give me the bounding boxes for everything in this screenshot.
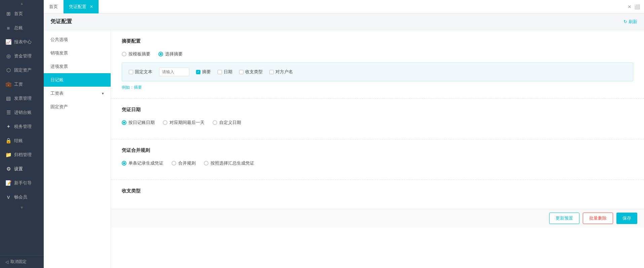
radio-select-summary[interactable]: 选择摘要 (158, 51, 183, 57)
radio-merge-rule[interactable]: 合并规则 (172, 160, 196, 166)
checkbox-box (218, 70, 222, 74)
checkbox-date[interactable]: 日期 (218, 69, 232, 75)
sidebar-item-closing[interactable]: 🔒 结账 (0, 134, 44, 148)
checkbox-label: 日期 (224, 69, 232, 75)
update-preview-button[interactable]: 更新预置 (549, 213, 579, 224)
checkbox-fixed-text[interactable]: 固定文本 (129, 69, 152, 75)
sidebar-scroll-down[interactable]: ▼ (0, 204, 44, 211)
sidebar-item-general-ledger[interactable]: ≡ 总账 (0, 21, 44, 35)
radio-custom-date[interactable]: 自定义日期 (213, 120, 241, 126)
maximize-window-icon[interactable]: ⬜ (634, 4, 640, 9)
unpin-icon: ◁ (5, 260, 8, 264)
merge-title: 凭证合并规则 (122, 147, 633, 153)
sidebar-item-vip[interactable]: V 畅会员 (0, 190, 44, 204)
summary-radio-group: 按模板摘要 选择摘要 (122, 51, 633, 57)
ledger-icon: ≡ (5, 25, 11, 31)
radio-period-last-day[interactable]: 对应期间最后一天 (163, 120, 204, 126)
tax-icon: ✦ (5, 124, 11, 130)
sidebar-item-fixed-assets[interactable]: ⬡ 固定资产 (0, 63, 44, 77)
batch-delete-button[interactable]: 批量删除 (583, 213, 613, 224)
sidebar-item-settings[interactable]: ⚙ 设置 (0, 162, 44, 176)
settings-icon: ⚙ (5, 166, 11, 172)
date-radio-group: 按日记账日期 对应期间最后一天 自定义日期 (122, 120, 633, 126)
main-area: 首页 凭证配置 ✕ ✕ ⬜ 凭证配置 ↻ 刷新 公共选项 销项发票 进项 (44, 0, 644, 268)
content-area: 公共选项 销项发票 进项发票 日记账 工资表 ▾ 固定资产 摘要配置 (44, 30, 644, 268)
sidebar-item-label: 畅会员 (14, 194, 27, 200)
nav-item-purchase-invoice[interactable]: 进项发票 (44, 60, 111, 73)
radio-circle (122, 52, 126, 56)
radio-circle (204, 161, 209, 166)
fund-icon: ◎ (5, 53, 11, 59)
radio-single-record[interactable]: 单条记录生成凭证 (122, 160, 163, 166)
payroll-icon: 💼 (5, 81, 11, 87)
radio-by-journal-date[interactable]: 按日记账日期 (122, 120, 155, 126)
home-icon: ⊞ (5, 11, 11, 17)
sidebar-item-report-center[interactable]: 📈 报表中心 (0, 35, 44, 49)
nav-label: 进项发票 (50, 63, 68, 70)
tab-voucher-close[interactable]: ✕ (90, 4, 93, 9)
report-icon: 📈 (5, 39, 11, 45)
sidebar-item-label: 税务管理 (14, 124, 32, 130)
radio-label: 按日记账日期 (128, 120, 155, 126)
sidebar-item-purchase-sales[interactable]: ☰ 进销台账 (0, 105, 44, 120)
sidebar-item-label: 报表中心 (14, 39, 32, 45)
radio-circle (163, 120, 167, 125)
radio-circle (213, 120, 217, 125)
close-window-icon[interactable]: ✕ (628, 4, 632, 9)
purchase-icon: ☰ (5, 109, 11, 116)
sidebar-item-label: 总账 (14, 25, 23, 31)
fixed-text-input[interactable] (159, 68, 189, 76)
nav-item-payroll-table[interactable]: 工资表 ▾ (44, 87, 111, 100)
radio-label: 单条记录生成凭证 (128, 160, 163, 166)
checkbox-label: 对方户名 (275, 69, 293, 75)
sidebar-item-invoice-management[interactable]: ▤ 发票管理 (0, 91, 44, 105)
sidebar-item-archive[interactable]: 📁 归档管理 (0, 148, 44, 162)
checkbox-summary[interactable]: 摘要 (196, 69, 211, 75)
sidebar-item-fund-management[interactable]: ◎ 资金管理 (0, 49, 44, 63)
sidebar-unpin-button[interactable]: ◁ 取消固定 (0, 255, 44, 268)
radio-label: 自定义日期 (219, 120, 241, 126)
archive-icon: 📁 (5, 152, 11, 158)
page-header: 凭证配置 ↻ 刷新 (44, 13, 644, 30)
sidebar-item-tax-management[interactable]: ✦ 税务管理 (0, 120, 44, 134)
date-section: 凭证日期 按日记账日期 对应期间最后一天 自定义日期 (111, 99, 644, 139)
radio-template-summary[interactable]: 按模板摘要 (122, 51, 150, 57)
sidebar-item-label: 新手引导 (14, 180, 32, 186)
sidebar-bottom-label: 取消固定 (10, 259, 27, 265)
radio-by-selection[interactable]: 按照选择汇总生成凭证 (204, 160, 254, 166)
tab-home[interactable]: 首页 (44, 0, 64, 13)
sidebar-item-guide[interactable]: 📝 新手引导 (0, 176, 44, 190)
checkbox-box-checked (196, 70, 200, 74)
radio-circle-checked (122, 161, 126, 166)
summary-section: 摘要配置 按模板摘要 选择摘要 固定文本 (111, 30, 644, 99)
refresh-button[interactable]: ↻ 刷新 (623, 19, 637, 25)
sidebar-item-home[interactable]: ⊞ 首页 (0, 7, 44, 21)
nav-label: 工资表 (50, 90, 64, 96)
payment-type-title: 收支类型 (122, 188, 633, 194)
sidebar-item-label: 归档管理 (14, 152, 32, 158)
expand-icon: ▾ (102, 91, 104, 96)
nav-item-sales-invoice[interactable]: 销项发票 (44, 46, 111, 60)
sidebar-item-label: 固定资产 (14, 67, 32, 73)
sidebar-item-label: 发票管理 (14, 95, 32, 101)
nav-label: 公共选项 (50, 37, 68, 43)
radio-label: 按照选择汇总生成凭证 (211, 160, 254, 166)
checkbox-counterparty[interactable]: 对方户名 (269, 69, 293, 75)
guide-icon: 📝 (5, 180, 11, 186)
tab-voucher[interactable]: 凭证配置 ✕ (64, 0, 99, 13)
summary-checkbox-row: 固定文本 摘要 日期 收支类型 (122, 62, 633, 81)
date-title: 凭证日期 (122, 107, 633, 113)
radio-label: 合并规则 (178, 160, 196, 166)
payment-type-section: 收支类型 (111, 180, 644, 209)
sidebar-item-payroll[interactable]: 💼 工资 (0, 77, 44, 91)
nav-item-fixed-assets[interactable]: 固定资产 (44, 100, 111, 114)
save-button[interactable]: 保存 (616, 213, 637, 224)
vip-icon: V (5, 195, 11, 200)
nav-item-journal[interactable]: 日记账 (44, 73, 111, 87)
checkbox-payment-type[interactable]: 收支类型 (239, 69, 263, 75)
sidebar-scroll-up[interactable]: ▲ (0, 0, 44, 7)
sidebar-item-label: 资金管理 (14, 53, 32, 59)
refresh-icon: ↻ (623, 19, 627, 24)
nav-item-public-options[interactable]: 公共选项 (44, 33, 111, 46)
checkbox-label: 固定文本 (135, 69, 152, 75)
